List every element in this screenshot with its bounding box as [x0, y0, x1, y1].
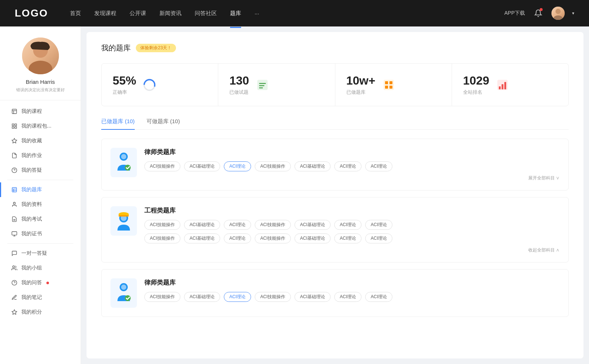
- sidebar-item-exam[interactable]: 我的考试: [0, 212, 81, 226]
- collapse-link-engineer[interactable]: 收起全部科目 ∧: [144, 247, 560, 253]
- tag[interactable]: ACI理论: [224, 233, 251, 243]
- tabs: 已做题库 (10) 可做题库 (10): [101, 118, 569, 130]
- tag[interactable]: ACI技能操作: [144, 233, 180, 243]
- sidebar-item-1on1[interactable]: 一对一答疑: [0, 246, 81, 261]
- svg-point-3: [29, 61, 52, 74]
- stat-rank-label: 全站排名: [463, 89, 489, 96]
- qbank-card-lawyer-1: 律师类题库 ACI技能操作 ACI基础理论 ACI理论 ACI技能操作 ACI基…: [101, 139, 569, 190]
- sidebar-item-label: 我的积分: [21, 309, 42, 315]
- user-dropdown-icon[interactable]: ▾: [572, 11, 574, 16]
- tag[interactable]: ACI技能操作: [255, 233, 291, 243]
- sidebar-item-my-qa[interactable]: 我的答疑: [0, 163, 81, 178]
- nav-qbank[interactable]: 题库: [230, 8, 241, 18]
- svg-rect-14: [12, 188, 17, 192]
- sidebar-item-favorites[interactable]: 我的收藏: [0, 133, 81, 148]
- sidebar-item-homework[interactable]: 我的作业: [0, 148, 81, 163]
- stat-rank-value: 1029: [463, 74, 489, 88]
- user-avatar[interactable]: [551, 7, 565, 20]
- tag[interactable]: ACI理论: [334, 292, 361, 302]
- tag[interactable]: ACI基础理论: [294, 161, 331, 171]
- qbank-title: 律师类题库: [144, 278, 560, 287]
- sidebar-item-course-pkg[interactable]: 我的课程包...: [0, 119, 81, 133]
- sidebar-item-profile[interactable]: 我的资料: [0, 197, 81, 212]
- tag[interactable]: ACI基础理论: [294, 220, 331, 230]
- stat-done-banks-value: 10w+: [346, 74, 375, 88]
- sidebar-item-qbank[interactable]: 我的题库: [0, 182, 81, 197]
- tag[interactable]: ACI技能操作: [255, 161, 291, 171]
- stat-done-questions: 130 已做试题: [218, 64, 335, 106]
- tag[interactable]: ACI理论: [365, 233, 392, 243]
- sidebar-item-notes[interactable]: 我的笔记: [0, 290, 81, 305]
- tab-done-banks[interactable]: 已做题库 (10): [101, 118, 135, 129]
- tag[interactable]: ACI技能操作: [255, 220, 291, 230]
- tag[interactable]: ACI基础理论: [184, 161, 220, 171]
- notification-bell[interactable]: [532, 7, 544, 19]
- nav-discover[interactable]: 发现课程: [94, 8, 116, 18]
- sidebar-item-certificate[interactable]: 我的证书: [0, 226, 81, 241]
- sidebar-item-label: 我的课程: [21, 108, 42, 115]
- sidebar-item-myqa[interactable]: 我的问答: [0, 275, 81, 290]
- stats-row: 55% 正确率 130 已做试题: [101, 63, 569, 106]
- svg-rect-9: [12, 126, 14, 128]
- sidebar-item-points[interactable]: 我的积分: [0, 305, 81, 320]
- tag[interactable]: ACI基础理论: [184, 233, 220, 243]
- questions-icon: [255, 78, 270, 92]
- svg-rect-35: [385, 86, 388, 89]
- tag[interactable]: ACI技能操作: [144, 220, 180, 230]
- notes-icon: [11, 294, 18, 301]
- tag-active[interactable]: ACI理论: [224, 161, 251, 171]
- sidebar-item-label: 一对一答疑: [21, 250, 47, 257]
- qbank-title: 律师类题库: [144, 148, 560, 156]
- page-title: 我的题库: [101, 43, 131, 53]
- nav-qa[interactable]: 问答社区: [195, 8, 217, 18]
- svg-point-22: [13, 266, 14, 268]
- sidebar-item-my-course[interactable]: 我的课程: [0, 104, 81, 119]
- nav-news[interactable]: 新闻资讯: [159, 8, 181, 18]
- tag[interactable]: ACI技能操作: [144, 161, 180, 171]
- tag[interactable]: ACI理论: [334, 220, 361, 230]
- stat-rank: 1029 全站排名: [452, 64, 568, 106]
- svg-rect-34: [389, 81, 392, 84]
- sidebar-item-label: 我的考试: [21, 216, 42, 222]
- nav-open-course[interactable]: 公开课: [130, 8, 146, 18]
- tag[interactable]: ACI理论: [365, 292, 392, 302]
- tags-row-lawyer-1: ACI技能操作 ACI基础理论 ACI理论 ACI技能操作 ACI基础理论 AC…: [144, 161, 560, 171]
- tag[interactable]: ACI技能操作: [144, 292, 180, 302]
- tag[interactable]: ACI基础理论: [184, 292, 220, 302]
- accuracy-icon: [142, 78, 157, 92]
- sidebar-item-group[interactable]: 我的小组: [0, 261, 81, 275]
- tag[interactable]: ACI基础理论: [294, 233, 331, 243]
- navbar-nav: 首页 发现课程 公开课 新闻资讯 问答社区 题库 ···: [70, 8, 504, 18]
- nav-home[interactable]: 首页: [70, 8, 81, 18]
- expand-link-lawyer-1[interactable]: 展开全部科目 ∨: [144, 175, 560, 181]
- sidebar-divider-1: [7, 180, 73, 180]
- sidebar-item-label: 我的收藏: [21, 138, 42, 144]
- tag[interactable]: ACI理论: [224, 220, 251, 230]
- certificate-icon: [11, 231, 18, 237]
- myqa-icon: [11, 279, 18, 286]
- tag[interactable]: ACI基础理论: [184, 220, 220, 230]
- svg-rect-4: [12, 109, 17, 114]
- svg-rect-39: [501, 84, 503, 89]
- points-icon: [11, 309, 18, 315]
- logo: LOGO: [15, 7, 48, 19]
- tag[interactable]: ACI理论: [365, 220, 392, 230]
- tag[interactable]: ACI理论: [365, 161, 392, 171]
- course-pkg-icon: [11, 123, 18, 129]
- sidebar-item-label: 我的小组: [21, 265, 42, 271]
- tag[interactable]: ACI理论: [334, 161, 361, 171]
- app-download-button[interactable]: APP下载: [504, 10, 525, 17]
- tag[interactable]: ACI理论: [334, 233, 361, 243]
- tag-active[interactable]: ACI理论: [224, 292, 251, 302]
- nav-more[interactable]: ···: [254, 9, 259, 18]
- tag[interactable]: ACI技能操作: [255, 292, 291, 302]
- exam-icon: [11, 216, 18, 222]
- star-icon: [11, 138, 18, 144]
- svg-rect-36: [389, 86, 392, 89]
- stat-accuracy-value: 55%: [113, 74, 136, 88]
- sidebar-item-label: 我的题库: [21, 186, 42, 193]
- svg-rect-32: [384, 80, 394, 90]
- svg-rect-40: [504, 82, 506, 89]
- tag[interactable]: ACI基础理论: [294, 292, 331, 302]
- tab-available-banks[interactable]: 可做题库 (10): [147, 118, 180, 129]
